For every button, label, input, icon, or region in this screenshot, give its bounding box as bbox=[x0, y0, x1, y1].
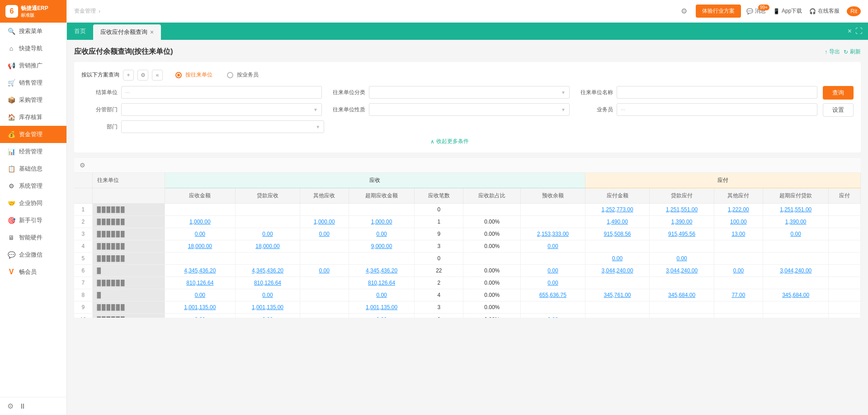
sidebar-item-inventory[interactable]: 🏠 库存核算 bbox=[0, 109, 66, 126]
company-name-cell[interactable]: ██████ bbox=[92, 301, 165, 314]
table-cell[interactable]: 0.00 bbox=[650, 253, 714, 265]
table-cell[interactable]: 0.00 bbox=[300, 265, 349, 277]
online-service-button[interactable]: 🎧 在线客服 bbox=[809, 7, 840, 15]
table-cell[interactable]: 0.00 bbox=[521, 240, 585, 253]
table-cell[interactable]: 0.00 bbox=[349, 228, 415, 240]
maximize-window-icon[interactable]: ⛶ bbox=[855, 27, 863, 35]
table-cell[interactable]: 0.00 bbox=[165, 289, 236, 301]
sub-dept-input[interactable]: ▼ bbox=[121, 120, 324, 133]
sidebar-item-member[interactable]: V 畅会员 bbox=[0, 263, 66, 281]
company-name-cell[interactable]: ██████ bbox=[92, 216, 165, 228]
table-cell[interactable]: 13.00 bbox=[714, 228, 763, 240]
table-cell[interactable]: 0.00 bbox=[300, 228, 349, 240]
unit-name-input[interactable] bbox=[617, 86, 817, 99]
table-cell[interactable]: 810,126.64 bbox=[165, 277, 236, 289]
table-cell[interactable]: 0.00 bbox=[585, 253, 650, 265]
sidebar-item-marketing[interactable]: 📢 营销推广 bbox=[0, 57, 66, 74]
sidebar-item-basic-info[interactable]: 📋 基础信息 bbox=[0, 160, 66, 177]
table-cell[interactable]: 0.00 bbox=[165, 314, 236, 318]
company-name-cell[interactable]: ██████ bbox=[92, 253, 165, 265]
table-cell[interactable]: 1,252,773.00 bbox=[585, 204, 650, 216]
table-cell[interactable]: 0.00 bbox=[521, 277, 585, 289]
table-cell[interactable]: 0.00 bbox=[349, 289, 415, 301]
sidebar-item-guide[interactable]: 🎯 新手引导 bbox=[0, 212, 66, 229]
table-cell[interactable]: 1,000.00 bbox=[349, 216, 415, 228]
table-cell[interactable]: 1,490.00 bbox=[585, 216, 650, 228]
method-by-salesman[interactable]: 按业务员 bbox=[223, 69, 262, 81]
table-cell[interactable]: 18,000.00 bbox=[165, 240, 236, 253]
table-cell[interactable]: 100.00 bbox=[714, 216, 763, 228]
company-name-cell[interactable]: █ bbox=[92, 289, 165, 301]
table-cell[interactable]: 1,000.00 bbox=[300, 216, 349, 228]
setting-button[interactable]: 设置 bbox=[823, 103, 854, 117]
sidebar-item-search-menu[interactable]: 🔍 搜索菜单 bbox=[0, 23, 66, 40]
sidebar-item-purchase[interactable]: 📦 采购管理 bbox=[0, 91, 66, 109]
unit-nature-input[interactable]: ▼ bbox=[369, 103, 570, 116]
topbar-settings-button[interactable]: ⚙ bbox=[678, 5, 690, 18]
settlement-unit-input[interactable]: ··· bbox=[121, 86, 322, 99]
company-name-cell[interactable]: ██████ bbox=[92, 204, 165, 216]
company-name-cell[interactable]: ██████ bbox=[92, 277, 165, 289]
sidebar-item-wechat[interactable]: 💬 企业微信 bbox=[0, 246, 66, 263]
table-cell[interactable]: 1,001,135.00 bbox=[165, 301, 236, 314]
table-cell[interactable]: 810,126.64 bbox=[236, 277, 300, 289]
sidebar-item-system[interactable]: ⚙ 系统管理 bbox=[0, 177, 66, 195]
collapse-conditions-button[interactable]: ∧ 收起更多条件 bbox=[81, 138, 817, 145]
table-cell[interactable]: 0.00 bbox=[236, 289, 300, 301]
export-button[interactable]: ↑ 导出 bbox=[825, 48, 840, 56]
table-cell[interactable]: 345,684.00 bbox=[763, 289, 829, 301]
company-name-cell[interactable]: ██████ bbox=[92, 240, 165, 253]
table-cell[interactable]: 4,345,436.20 bbox=[165, 265, 236, 277]
table-cell[interactable]: 1,001,135.00 bbox=[349, 301, 415, 314]
table-wrapper[interactable]: 往来单位 应收 应付 应收金额 贷款应收 其他应收 超期应收金额 应收笔数 bbox=[74, 173, 861, 318]
app-download-button[interactable]: 📱 App下载 bbox=[773, 7, 802, 15]
table-cell[interactable]: 1,251,551.00 bbox=[763, 204, 829, 216]
table-cell[interactable]: 345,761.00 bbox=[585, 289, 650, 301]
sidebar-item-quick-nav[interactable]: ⌂ 快捷导航 bbox=[0, 40, 66, 57]
unit-category-input[interactable]: ▼ bbox=[369, 86, 570, 99]
table-cell[interactable]: 0.00 bbox=[714, 265, 763, 277]
query-button[interactable]: 查询 bbox=[823, 86, 854, 100]
table-cell[interactable]: 77.00 bbox=[714, 289, 763, 301]
table-cell[interactable]: 915,495.56 bbox=[650, 228, 714, 240]
company-name-cell[interactable]: ██████ bbox=[92, 228, 165, 240]
table-cell[interactable]: 0.00 bbox=[521, 314, 585, 318]
table-cell[interactable]: 810,126.64 bbox=[349, 277, 415, 289]
add-scheme-button[interactable]: + bbox=[123, 70, 134, 81]
tab-receivable-payable[interactable]: 应收应付余额查询 × bbox=[93, 24, 161, 40]
table-cell[interactable]: 1,001,135.00 bbox=[236, 301, 300, 314]
company-name-cell[interactable]: █ bbox=[92, 265, 165, 277]
table-cell[interactable]: 0.00 bbox=[165, 228, 236, 240]
table-cell[interactable]: 1,000.00 bbox=[165, 216, 236, 228]
table-cell[interactable]: 345,684.00 bbox=[650, 289, 714, 301]
table-cell[interactable]: 2,153,333.00 bbox=[521, 228, 585, 240]
table-settings-icon[interactable]: ⚙ bbox=[80, 162, 85, 169]
table-cell[interactable]: 4,345,436.20 bbox=[349, 265, 415, 277]
sidebar-item-sales[interactable]: 🛒 销售管理 bbox=[0, 74, 66, 91]
settings-bottom-icon[interactable]: ⚙ bbox=[7, 402, 14, 410]
table-cell[interactable]: 0.00 bbox=[349, 314, 415, 318]
table-cell[interactable]: 1,222.00 bbox=[714, 204, 763, 216]
sidebar-item-enterprise[interactable]: 🤝 企业协同 bbox=[0, 195, 66, 212]
sidebar-item-business[interactable]: 📊 经营管理 bbox=[0, 143, 66, 160]
table-cell[interactable]: 3,044,240.00 bbox=[585, 265, 650, 277]
scheme-settings-button[interactable]: ⚙ bbox=[137, 70, 148, 81]
table-cell[interactable]: 655,636.75 bbox=[521, 289, 585, 301]
method-by-unit[interactable]: 按往来单位 bbox=[172, 69, 216, 81]
table-cell[interactable]: 9,000.00 bbox=[349, 240, 415, 253]
table-cell[interactable]: 3,044,240.00 bbox=[763, 265, 829, 277]
company-name-cell[interactable]: ██████ bbox=[92, 314, 165, 318]
table-cell[interactable]: 3,044,240.00 bbox=[650, 265, 714, 277]
table-cell[interactable]: 0.00 bbox=[236, 228, 300, 240]
sidebar-item-finance[interactable]: 💰 资金管理 bbox=[0, 126, 66, 143]
dept-input[interactable]: ▼ bbox=[121, 103, 322, 116]
table-cell[interactable]: 0.00 bbox=[236, 314, 300, 318]
tab-close-icon[interactable]: × bbox=[150, 29, 154, 36]
salesman-input[interactable]: ··· bbox=[617, 103, 817, 116]
table-cell[interactable]: 0.00 bbox=[763, 228, 829, 240]
collapse-scheme-button[interactable]: « bbox=[152, 70, 163, 81]
table-cell[interactable]: 1,251,551.00 bbox=[650, 204, 714, 216]
user-avatar[interactable]: Rit bbox=[847, 6, 861, 16]
table-cell[interactable]: 18,000.00 bbox=[236, 240, 300, 253]
refresh-button[interactable]: ↻ 刷新 bbox=[844, 48, 861, 56]
